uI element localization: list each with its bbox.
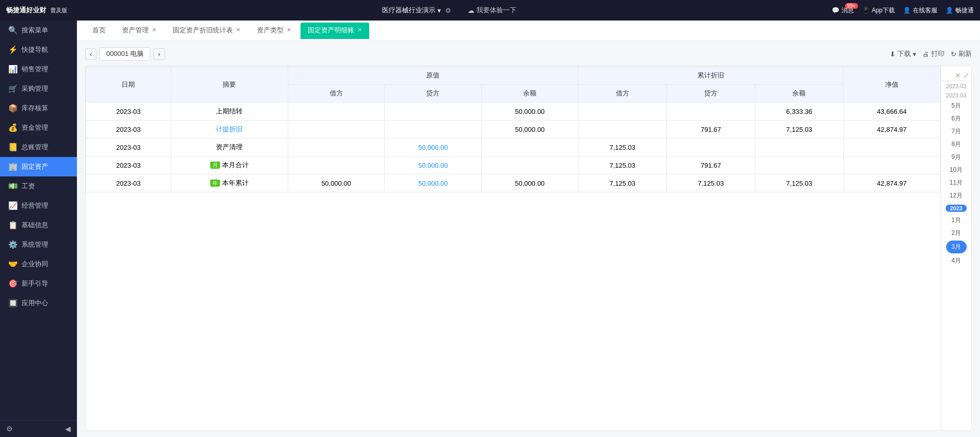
refresh-btn[interactable]: ↻ 刷新 bbox=[951, 49, 972, 58]
sidebar-item-search[interactable]: 🔍搜索菜单 bbox=[0, 21, 77, 40]
timeline-month-current-3月[interactable]: 3月 bbox=[946, 241, 967, 253]
cell-orig-credit: 50,000.00 bbox=[385, 156, 482, 174]
sidebar-item-quick-nav[interactable]: ⚡快捷导航 bbox=[0, 40, 77, 59]
app-download-btn[interactable]: 📱 App下载 bbox=[862, 6, 895, 15]
tab-2[interactable]: 固定资产折旧统计表✕ bbox=[166, 23, 248, 39]
sidebar-item-system[interactable]: ⚙️系统管理 bbox=[0, 235, 77, 254]
cell-net-value: 42,874.97 bbox=[844, 121, 941, 138]
table-row: 2023-03 上期结转 50,000.00 6,333.36 43,666.6… bbox=[86, 103, 941, 121]
table-main: 日期 摘要 原值 累计折旧 净值 借方 贷方 余额 借方 bbox=[86, 66, 941, 430]
main-layout: 🔍搜索菜单⚡快捷导航📊销售管理🛒采购管理📦库存核算💰资金管理📒总账管理🏢固定资产… bbox=[0, 21, 980, 437]
timeline-month-9月[interactable]: 9月 bbox=[950, 151, 963, 164]
cell-date: 2023-03 bbox=[86, 121, 171, 138]
download-icon: 📱 bbox=[862, 7, 870, 14]
dep-credit: 贷方 bbox=[667, 85, 755, 103]
table-row: 2023-03 年本年累计 50,000.00 50,000.00 50,000… bbox=[86, 174, 941, 192]
cell-dep-balance bbox=[755, 138, 843, 156]
sidebar-item-guide[interactable]: 🎯新手引导 bbox=[0, 274, 77, 293]
sidebar-item-ledger[interactable]: 📒总账管理 bbox=[0, 137, 77, 157]
cell-net-value bbox=[844, 138, 941, 156]
service-icon: 👤 bbox=[903, 7, 911, 14]
nav-icon-enterprise: 🤝 bbox=[8, 260, 17, 269]
top-bar: 畅捷通好业财 普及版 医疗器械行业演示 ▾ ⚙ ☁ 我要体验一下 💬 消息 99… bbox=[0, 0, 980, 21]
tab-close-4[interactable]: ✕ bbox=[357, 27, 362, 33]
nav-icon-purchase: 🛒 bbox=[8, 84, 17, 93]
cell-orig-debit bbox=[288, 156, 385, 174]
timeline-month-6月[interactable]: 6月 bbox=[950, 112, 963, 125]
sidebar-label-operations: 经营管理 bbox=[22, 201, 48, 210]
cell-dep-debit bbox=[578, 121, 667, 138]
collapse-sidebar-icon[interactable]: ◀ bbox=[65, 425, 71, 433]
content-area: 首页资产管理✕固定资产折旧统计表✕资产类型✕固定资产明细账✕ ‹ 000001 … bbox=[77, 21, 980, 437]
timeline-month-current-1月[interactable]: 1月 bbox=[946, 214, 967, 227]
timeline-month-5月[interactable]: 5月 bbox=[950, 100, 963, 112]
chevron-down-icon: ▾ bbox=[913, 50, 916, 58]
cell-summary: 年本年累计 bbox=[171, 174, 288, 192]
cell-orig-balance bbox=[482, 156, 578, 174]
cell-net-value: 42,874.97 bbox=[844, 174, 941, 192]
prev-btn[interactable]: ‹ bbox=[85, 48, 96, 60]
nav-icon-sales: 📊 bbox=[8, 65, 17, 74]
sidebar-item-inventory[interactable]: 📦库存核算 bbox=[0, 98, 77, 118]
tab-1[interactable]: 资产管理✕ bbox=[115, 23, 164, 39]
tab-close-2[interactable]: ✕ bbox=[236, 27, 241, 33]
user-avatar[interactable]: 👤 畅捷通 bbox=[946, 6, 974, 15]
experience-btn[interactable]: ☁ 我要体验一下 bbox=[468, 6, 516, 15]
timeline-month-7月[interactable]: 7月 bbox=[950, 125, 963, 138]
timeline-month-8月[interactable]: 8月 bbox=[950, 138, 963, 151]
sidebar-item-sales[interactable]: 📊销售管理 bbox=[0, 59, 77, 79]
sidebar-item-fixed-assets[interactable]: 🏢固定资产 bbox=[0, 157, 77, 176]
sidebar-item-finance[interactable]: 💰资金管理 bbox=[0, 118, 77, 137]
tab-close-1[interactable]: ✕ bbox=[152, 27, 156, 33]
sidebar-label-sales: 销售管理 bbox=[22, 65, 48, 74]
sidebar-item-enterprise[interactable]: 🤝企业协同 bbox=[0, 254, 77, 274]
cell-orig-debit bbox=[288, 138, 385, 156]
sidebar-item-operations[interactable]: 📈经营管理 bbox=[0, 196, 77, 215]
timeline-month-12月[interactable]: 12月 bbox=[950, 189, 963, 202]
table-wrapper: 日期 摘要 原值 累计折旧 净值 借方 贷方 余额 借方 bbox=[85, 66, 972, 431]
cell-orig-credit: 50,000.00 bbox=[385, 174, 482, 192]
timeline-month-10月[interactable]: 10月 bbox=[950, 164, 963, 176]
online-service-btn[interactable]: 👤 在线客服 bbox=[903, 6, 937, 15]
col-date: 日期 bbox=[86, 67, 171, 103]
nav-icon-system: ⚙️ bbox=[8, 240, 17, 249]
timeline-month-current-2月[interactable]: 2月 bbox=[946, 227, 967, 240]
cell-orig-credit: 50,000.00 bbox=[385, 138, 482, 156]
expand-panel-icon[interactable]: ⤢ bbox=[963, 71, 969, 80]
sidebar-label-inventory: 库存核算 bbox=[22, 104, 48, 113]
cell-orig-credit bbox=[385, 121, 482, 138]
tab-4[interactable]: 固定资产明细账✕ bbox=[301, 23, 369, 39]
sidebar-item-purchase[interactable]: 🛒采购管理 bbox=[0, 79, 77, 98]
download-btn[interactable]: ⬇ 下载 ▾ bbox=[890, 49, 916, 58]
print-btn[interactable]: 🖨 打印 bbox=[923, 49, 945, 58]
company-selector[interactable]: 医疗器械行业演示 ▾ bbox=[382, 6, 441, 15]
sidebar-item-payroll[interactable]: 💵工资 bbox=[0, 176, 77, 196]
sidebar-label-search: 搜索菜单 bbox=[22, 26, 48, 35]
cell-date: 2023-03 bbox=[86, 103, 171, 121]
close-panel-icon[interactable]: ✕ bbox=[955, 71, 961, 80]
settings-icon[interactable]: ⚙ bbox=[445, 7, 451, 14]
cell-summary: 资产清理 bbox=[171, 138, 288, 156]
sidebar-item-basic-info[interactable]: 📋基础信息 bbox=[0, 215, 77, 235]
cell-orig-debit bbox=[288, 121, 385, 138]
cell-dep-credit: 791.67 bbox=[667, 121, 755, 138]
message-btn[interactable]: 💬 消息 99+ bbox=[832, 6, 854, 15]
sidebar-label-guide: 新手引导 bbox=[22, 279, 48, 288]
timeline-month-11月[interactable]: 11月 bbox=[950, 176, 963, 189]
tab-close-3[interactable]: ✕ bbox=[287, 27, 291, 33]
top-bar-center: 医疗器械行业演示 ▾ ⚙ ☁ 我要体验一下 bbox=[382, 6, 516, 15]
asset-tag: 000001 电脑 bbox=[99, 47, 150, 61]
sidebar-label-ledger: 总账管理 bbox=[22, 143, 48, 152]
tab-0[interactable]: 首页 bbox=[85, 23, 113, 39]
print-icon: 🖨 bbox=[923, 50, 929, 58]
timeline-month-current-4月[interactable]: 4月 bbox=[946, 254, 967, 267]
page-content: ‹ 000001 电脑 › ⬇ 下载 ▾ 🖨 打印 ↻ bbox=[77, 41, 980, 437]
timeline-header-year2: 2023.03 bbox=[946, 91, 967, 100]
settings-bottom-icon[interactable]: ⚙ bbox=[6, 425, 13, 433]
cell-orig-balance bbox=[482, 138, 578, 156]
tab-3[interactable]: 资产类型✕ bbox=[250, 23, 298, 39]
next-btn[interactable]: › bbox=[153, 48, 165, 60]
cell-summary[interactable]: 计提折旧 bbox=[171, 121, 288, 138]
cell-dep-credit: 791.67 bbox=[667, 156, 755, 174]
sidebar-item-app-center[interactable]: 🔲应用中心 bbox=[0, 293, 77, 313]
